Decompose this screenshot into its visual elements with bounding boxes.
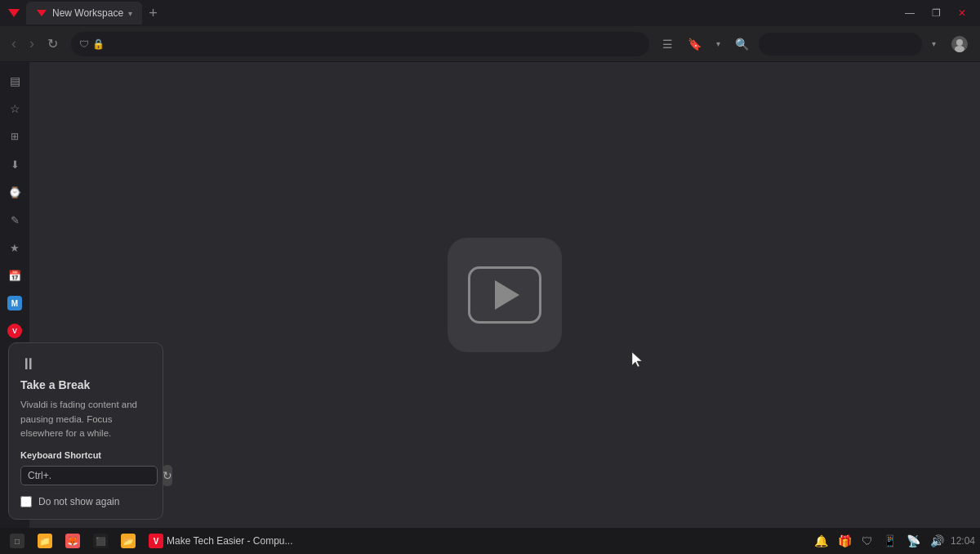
device-btn[interactable]: 📱 bbox=[880, 533, 900, 549]
taskbar-item-terminal2[interactable]: ⬛ bbox=[88, 530, 113, 552]
svg-marker-5 bbox=[632, 352, 642, 367]
volume-icon: 🔊 bbox=[930, 534, 944, 547]
forward-button[interactable]: › bbox=[24, 32, 39, 56]
mastodon-icon: M bbox=[7, 296, 22, 311]
taskbar: □ 📁 🦊 ⬛ 📂 V Make Tech Easier - Compu... … bbox=[0, 528, 980, 554]
files-icon: 📁 bbox=[38, 534, 52, 548]
video-placeholder bbox=[448, 238, 562, 352]
panel-toggle-icon: ▤ bbox=[10, 74, 20, 87]
window-controls: — ❐ ✕ bbox=[898, 5, 973, 21]
page-content bbox=[29, 62, 980, 528]
tab-favicon bbox=[36, 7, 47, 19]
sidebar-item-vivaldi[interactable]: V bbox=[2, 319, 27, 343]
tooltip-description: Vivaldi is fading content and pausing me… bbox=[20, 398, 151, 440]
vivaldi-logo bbox=[7, 6, 21, 20]
sidebar-item-bookmarks[interactable]: ☆ bbox=[2, 96, 27, 121]
calendar-icon: 📅 bbox=[8, 270, 21, 282]
terminal2-icon: ⬛ bbox=[93, 534, 108, 548]
search-icon: 🔍 bbox=[735, 38, 749, 51]
tooltip-checkbox-row: Do not show again bbox=[20, 496, 151, 507]
history-icon: ⌚ bbox=[8, 186, 21, 199]
new-tab-button[interactable]: + bbox=[142, 5, 164, 22]
tab-title: New Workspace bbox=[52, 7, 123, 19]
taskbar-item-terminal[interactable]: □ bbox=[5, 530, 29, 552]
notification-icon: 🔔 bbox=[814, 534, 828, 547]
sidebar-item-history[interactable]: ⌚ bbox=[2, 180, 27, 204]
package-icon: 🎁 bbox=[838, 534, 852, 547]
profile-icon bbox=[951, 35, 969, 53]
navbar: ‹ › ↻ 🛡 🔒 ☰ 🔖 ▾ 🔍 ▾ bbox=[0, 26, 980, 62]
vivaldi-app-icon: V bbox=[7, 324, 22, 338]
taskbar-right: 🔔 🎁 🛡 📱 📡 🔊 12:04 bbox=[811, 533, 975, 549]
address-bar: 🛡 🔒 bbox=[71, 32, 649, 56]
back-button[interactable]: ‹ bbox=[7, 32, 21, 56]
lock-icon: 🔒 bbox=[92, 38, 105, 50]
folder-icon: 📂 bbox=[121, 534, 136, 548]
play-button-outer bbox=[468, 266, 541, 324]
sidebar-item-mastodon[interactable]: M bbox=[2, 291, 27, 315]
close-button[interactable]: ✕ bbox=[951, 5, 973, 21]
pins-icon: ★ bbox=[10, 242, 20, 254]
svg-point-3 bbox=[956, 39, 963, 46]
sidebar-item-pins[interactable]: ★ bbox=[2, 235, 27, 260]
profile-button[interactable] bbox=[946, 32, 973, 56]
sidebar-item-tabs[interactable]: ⊞ bbox=[2, 124, 27, 149]
downloads-icon: ⬇ bbox=[11, 159, 20, 171]
taskbar-time: 12:04 bbox=[951, 535, 975, 547]
bookmark-add-icon: 🔖 bbox=[688, 38, 702, 51]
back-icon: ‹ bbox=[11, 35, 16, 52]
bookmarks-icon: ☆ bbox=[10, 102, 20, 115]
forward-icon: › bbox=[29, 35, 34, 52]
active-tab[interactable]: New Workspace ▾ bbox=[26, 2, 142, 25]
vivaldi-task-label: Make Tech Easier - Compu... bbox=[167, 535, 293, 547]
svg-marker-1 bbox=[37, 10, 47, 16]
tooltip-shortcut-label: Keyboard Shortcut bbox=[20, 450, 151, 460]
security-btn[interactable]: 🛡 bbox=[858, 533, 876, 549]
taskbar-item-folder[interactable]: 📂 bbox=[116, 530, 140, 552]
mouse-cursor-icon bbox=[632, 352, 645, 369]
sidebar-item-calendar[interactable]: 📅 bbox=[2, 263, 27, 288]
do-not-show-checkbox[interactable] bbox=[20, 496, 32, 507]
play-triangle-icon bbox=[495, 280, 519, 310]
bookmarks-button[interactable]: ☰ bbox=[657, 34, 678, 54]
shortcut-input[interactable] bbox=[20, 466, 158, 485]
bookmark-icon: ☰ bbox=[662, 38, 673, 51]
tab-area: New Workspace ▾ + bbox=[26, 2, 898, 25]
tab-dropdown-icon[interactable]: ▾ bbox=[128, 9, 132, 18]
search-dropdown[interactable]: ▾ bbox=[927, 36, 941, 51]
reload-button[interactable]: ↻ bbox=[42, 33, 63, 55]
volume-btn[interactable]: 🔊 bbox=[927, 533, 947, 549]
shield-icon: 🛡 bbox=[79, 38, 89, 50]
restore-button[interactable]: ❐ bbox=[924, 5, 947, 21]
taskbar-item-files[interactable]: 📁 bbox=[33, 530, 57, 552]
tabs-icon: ⊞ bbox=[11, 131, 19, 142]
sidebar-panel-toggle[interactable]: ▤ bbox=[2, 69, 27, 93]
tooltip-pause-icon: ⏸ bbox=[20, 355, 151, 373]
bookmark-dropdown[interactable]: ▾ bbox=[711, 36, 725, 51]
device-icon: 📱 bbox=[883, 534, 897, 547]
svg-marker-0 bbox=[8, 9, 20, 17]
tooltip-shortcut-row: ↻ bbox=[20, 465, 151, 486]
url-input[interactable] bbox=[108, 38, 641, 50]
firefox-icon: 🦊 bbox=[65, 534, 80, 548]
taskbar-item-firefox[interactable]: 🦊 bbox=[60, 530, 85, 552]
address-icons: 🛡 🔒 bbox=[79, 38, 105, 50]
search-button[interactable]: 🔍 bbox=[730, 34, 754, 54]
taskbar-item-vivaldi[interactable]: V Make Tech Easier - Compu... bbox=[144, 530, 298, 552]
minimize-button[interactable]: — bbox=[898, 5, 921, 21]
bookmark-add-button[interactable]: 🔖 bbox=[683, 34, 706, 54]
network-btn[interactable]: 📡 bbox=[903, 533, 924, 549]
nav-right: ☰ 🔖 ▾ 🔍 ▾ bbox=[657, 32, 973, 56]
shortcut-refresh-button[interactable]: ↻ bbox=[163, 465, 172, 486]
sidebar-item-notes[interactable]: ✎ bbox=[2, 208, 27, 232]
vivaldi-taskbar-icon: V bbox=[149, 534, 163, 548]
package-btn[interactable]: 🎁 bbox=[835, 533, 855, 549]
network-icon: 📡 bbox=[906, 534, 920, 547]
notification-btn[interactable]: 🔔 bbox=[811, 533, 831, 549]
do-not-show-label[interactable]: Do not show again bbox=[38, 496, 119, 507]
search-bar[interactable] bbox=[759, 33, 922, 56]
sidebar-item-downloads[interactable]: ⬇ bbox=[2, 152, 27, 176]
terminal-icon: □ bbox=[10, 534, 24, 548]
tooltip-title: Take a Break bbox=[20, 378, 151, 391]
svg-point-4 bbox=[955, 46, 964, 52]
